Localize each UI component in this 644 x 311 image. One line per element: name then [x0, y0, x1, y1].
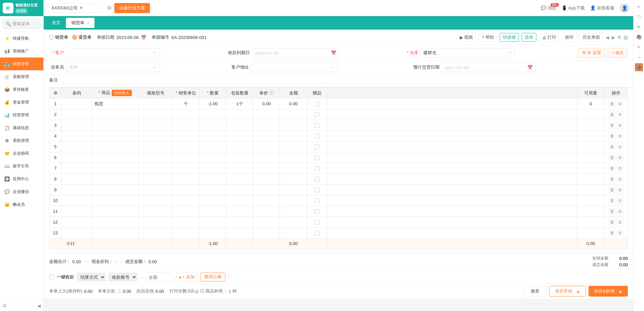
table-settings-icon[interactable]: ⚙	[53, 90, 58, 95]
row-spec[interactable]	[139, 120, 173, 131]
sidebar-item-finance[interactable]: 💰 资金管理	[0, 96, 43, 109]
sidebar-item-wechat[interactable]: 💬 企业微信	[0, 185, 43, 198]
copy-icon[interactable]: ⧉	[617, 154, 623, 161]
sidebar-item-system[interactable]: ⚙ 系统管理	[0, 134, 43, 147]
row-amount[interactable]	[280, 131, 307, 142]
delete-icon[interactable]: 🗑	[609, 144, 615, 150]
shortcut-button[interactable]: 快捷键	[500, 33, 519, 42]
row-amount[interactable]	[280, 174, 307, 185]
row-amount[interactable]	[280, 109, 307, 120]
row-amount[interactable]	[280, 195, 307, 206]
gift-checkbox[interactable]	[315, 209, 319, 214]
warehouse-input[interactable]: 建材仓 ···	[420, 48, 515, 57]
row-price[interactable]	[253, 163, 280, 174]
copy-icon[interactable]: ⧉	[617, 144, 623, 150]
user-avatar[interactable]: 👤	[620, 3, 629, 13]
row-unit[interactable]: 个	[173, 99, 199, 109]
settings-button[interactable]: ⚙ ⚙ 设置	[578, 48, 606, 57]
row-price[interactable]	[253, 228, 280, 238]
row-gift[interactable]	[307, 99, 327, 109]
rp-pencil-icon[interactable]: ✎	[635, 43, 643, 51]
sidebar-item-marketing[interactable]: 📢 营销推广	[0, 45, 43, 57]
row-pack-qty[interactable]	[226, 152, 253, 163]
row-gift[interactable]	[307, 120, 327, 131]
row-goods[interactable]	[92, 109, 139, 120]
gift-checkbox[interactable]	[315, 134, 319, 139]
sidebar-item-basic[interactable]: 📋 基础信息	[0, 121, 43, 134]
row-unit[interactable]	[173, 120, 199, 131]
prev-icon[interactable]: ◀	[606, 35, 609, 40]
row-spec[interactable]	[139, 163, 173, 174]
row-gift[interactable]	[307, 142, 327, 152]
row-qty[interactable]	[199, 109, 226, 120]
row-unit[interactable]	[173, 163, 199, 174]
rp-edit-icon[interactable]: ✏	[635, 3, 643, 11]
save-new-chevron-icon[interactable]: ▲	[616, 289, 622, 294]
row-unit[interactable]	[173, 109, 199, 120]
row-barcode[interactable]	[62, 217, 92, 228]
delete-icon[interactable]: 🗑	[609, 219, 615, 226]
row-price[interactable]	[253, 185, 280, 195]
row-pack-qty[interactable]	[226, 217, 253, 228]
row-goods[interactable]	[92, 195, 139, 206]
row-qty[interactable]	[199, 120, 226, 131]
row-gift[interactable]	[307, 131, 327, 142]
rp-orange-icon[interactable]: 🔷	[635, 63, 643, 71]
settings-gear-icon[interactable]: ⚙	[3, 303, 7, 308]
row-unit[interactable]	[173, 131, 199, 142]
row-price[interactable]	[253, 206, 280, 217]
save-new-button[interactable]: 保存&新增 ▲	[589, 286, 628, 297]
sidebar-search[interactable]: 🔍 搜索菜单	[0, 16, 43, 32]
sidebar-item-member[interactable]: 👑 畅会员	[0, 198, 43, 211]
row-unit[interactable]	[173, 228, 199, 238]
online-service-button[interactable]: 👤 在线客服	[590, 5, 614, 11]
gift-checkbox[interactable]	[315, 166, 319, 171]
customer-dots-icon[interactable]: ···	[153, 50, 157, 56]
company-selector[interactable]: XXXXXX公司 ▼	[48, 3, 102, 13]
radio-sales[interactable]: 销货单	[49, 34, 68, 40]
sidebar-collapse-icon[interactable]: ◀	[37, 303, 41, 308]
row-spec[interactable]	[139, 206, 173, 217]
row-pack-qty[interactable]	[226, 109, 253, 120]
row-price[interactable]: 0.00	[253, 99, 280, 109]
salesman-input[interactable]: 选择... ···	[66, 63, 160, 72]
row-price[interactable]	[253, 120, 280, 131]
row-qty[interactable]	[199, 195, 226, 206]
radio-return[interactable]: 退货单	[72, 34, 91, 40]
row-goods[interactable]: 拣货	[92, 99, 139, 109]
row-unit[interactable]	[173, 206, 199, 217]
row-unit[interactable]	[173, 217, 199, 228]
row-barcode[interactable]	[62, 163, 92, 174]
row-qty[interactable]: -1.00	[199, 99, 226, 109]
row-gift[interactable]	[307, 228, 327, 238]
row-barcode[interactable]	[62, 109, 92, 120]
row-pack-qty[interactable]	[226, 120, 253, 131]
delete-icon[interactable]: 🗑	[609, 187, 615, 193]
expected-date-calendar-icon[interactable]: 📅	[527, 65, 533, 70]
row-goods[interactable]	[92, 152, 139, 163]
row-qty[interactable]	[199, 152, 226, 163]
sidebar-item-sales[interactable]: 🏪 销售管理	[0, 57, 43, 70]
fee-help-icon[interactable]: ?	[228, 275, 230, 280]
row-goods[interactable]	[92, 163, 139, 174]
message-button[interactable]: 💬 消息 99+	[541, 5, 556, 11]
gift-checkbox[interactable]	[315, 112, 319, 117]
row-gift[interactable]	[307, 163, 327, 174]
row-pack-qty[interactable]	[226, 195, 253, 206]
row-amount[interactable]	[280, 152, 307, 163]
row-spec[interactable]	[139, 152, 173, 163]
row-barcode[interactable]	[62, 185, 92, 195]
rp-star-icon[interactable]: ☆	[635, 53, 643, 61]
row-spec[interactable]	[139, 195, 173, 206]
row-goods[interactable]	[92, 228, 139, 238]
calendar-icon[interactable]: 📅	[141, 35, 146, 40]
delete-icon[interactable]: 🗑	[609, 133, 615, 140]
row-goods[interactable]	[92, 185, 139, 195]
row-spec[interactable]	[139, 99, 173, 109]
row-gift[interactable]	[307, 195, 327, 206]
due-date-calendar-icon[interactable]: 📅	[331, 50, 336, 55]
copy-icon[interactable]: ⧉	[617, 122, 623, 129]
address-dots-icon[interactable]: ···	[331, 64, 335, 70]
one-click-checkbox[interactable]	[49, 275, 54, 279]
row-barcode[interactable]	[62, 142, 92, 152]
